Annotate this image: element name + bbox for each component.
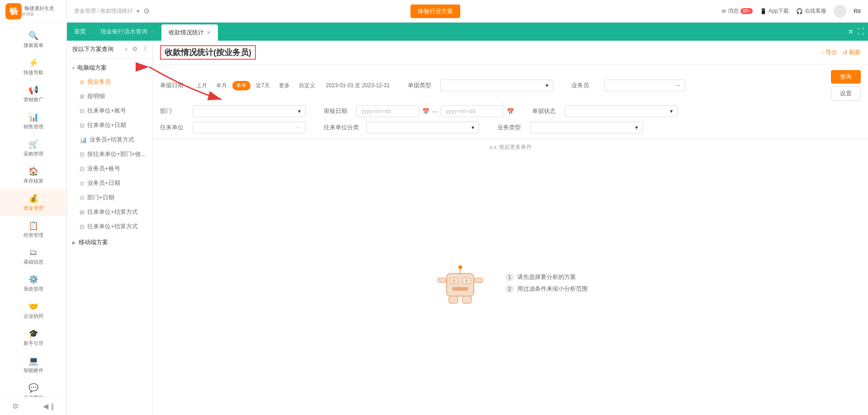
scheme-item-label-2: 往来单位+账号 <box>87 107 126 115</box>
inventory-icon: 🏠 <box>28 166 38 176</box>
header-settings-icon[interactable]: ⚙ <box>143 7 150 15</box>
sidebar-item-wechat[interactable]: 💬 企业微信 <box>0 378 66 397</box>
sidebar-item-corp[interactable]: 🤝 企业协同 <box>0 297 66 324</box>
scheme-item-sales-date[interactable]: ⊙ 业务员+日期 <box>67 176 152 190</box>
audit-date-to-cal-icon[interactable]: 📅 <box>507 108 514 115</box>
mobile-scheme-parent[interactable]: ▶ 移动端方案 <box>67 236 152 249</box>
scheme-item-unit-account[interactable]: ⊟ 往来单位+账号 <box>67 104 152 118</box>
scheme-item-unit-payment1[interactable]: ⊞ 往来单位+结算方式 <box>67 205 152 219</box>
collapse-bar[interactable]: ∧∧ 收起更多条件 <box>153 139 868 155</box>
tab-collection-close-icon[interactable]: ✕ <box>207 30 211 36</box>
counterpart-more-icon[interactable]: ··· <box>296 124 301 131</box>
date-tab-custom[interactable]: 自定义 <box>295 81 319 90</box>
date-tab-last-month[interactable]: 上月 <box>193 81 211 90</box>
sidebar-item-label-quicknav: 快捷导航 <box>24 69 43 76</box>
online-service-label: 在线客服 <box>805 7 826 15</box>
scheme-item-unit-payment2[interactable]: ⊟ 往来单位+结算方式 <box>67 219 152 234</box>
counterpart-select[interactable]: ··· <box>193 122 306 133</box>
message-action[interactable]: ✉ 消息 99+ <box>722 7 753 15</box>
pc-scheme-parent[interactable]: ▾ 电脑端方案 <box>67 61 152 75</box>
doc-status-select[interactable]: ▾ <box>565 105 678 117</box>
message-label: 消息 <box>728 7 739 15</box>
svg-point-4 <box>465 279 468 283</box>
dept-select[interactable]: ▾ <box>193 105 306 117</box>
tab-close-all-icon[interactable]: ✕ <box>848 28 854 36</box>
collapse-icon[interactable]: ◀ ‖ <box>43 402 54 410</box>
query-button[interactable]: 查询 <box>831 70 861 84</box>
app-download-action[interactable]: 📱 App下载 <box>760 7 789 15</box>
audit-date-range: yyyy-mm-dd 📅 — yyyy-mm-dd 📅 <box>356 105 514 117</box>
trial-button[interactable]: 体验行业方案 <box>410 5 460 18</box>
message-icon: ✉ <box>722 8 726 14</box>
tab-home[interactable]: 首页 <box>67 23 93 41</box>
sidebar-item-marketing[interactable]: 📢 营销推广 <box>0 80 66 108</box>
sidebar-item-guide[interactable]: 🎓 新手引导 <box>0 324 66 351</box>
tab-collection[interactable]: 收款情况统计 ✕ <box>161 24 218 41</box>
sidebar-item-purchase[interactable]: 🛒 采购管理 <box>0 135 66 162</box>
step-1-text: 请先选择要分析的方案 <box>517 273 576 281</box>
sidebar-item-system[interactable]: ⚙️ 系统管理 <box>0 270 66 297</box>
date-tab-more[interactable]: 更多 <box>275 81 293 90</box>
sidebar-item-hardware[interactable]: 💻 智能硬件 <box>0 351 66 378</box>
page-header: 收款情况统计(按业务员) ↑ 导出 ↺ 刷新 <box>153 41 868 65</box>
export-action[interactable]: ↑ 导出 <box>821 48 838 57</box>
scheme-item-sales-account[interactable]: ⊟ 业务员+账号 <box>67 161 152 176</box>
collapse-panel-icon[interactable]: 《 <box>141 45 147 53</box>
sidebar: 畅 畅捷通好生意 标准版 🔍 搜索菜单 ⚡ 快捷导航 📢 营销推广 📊 销售管理… <box>0 0 67 415</box>
audit-date-from[interactable]: yyyy-mm-dd <box>356 105 420 117</box>
scheme-item-icon-7: ⊙ <box>80 180 85 187</box>
sidebar-item-label-system: 系统管理 <box>24 286 43 292</box>
date-label: 单据日期 <box>160 81 185 90</box>
settings-button[interactable]: 设置 <box>831 86 861 101</box>
scheme-tree: ▾ 电脑端方案 ⊙ 按业务员 ⊞ 按明细 ⊟ 往来单位+账号 <box>67 58 152 252</box>
sidebar-item-ops[interactable]: 📋 经营管理 <box>0 216 66 243</box>
tab-maximize-icon[interactable]: ⛶ <box>857 28 864 36</box>
sidebar-item-finance[interactable]: 💰 资金管理 <box>0 189 66 216</box>
scheme-item-sales-payment[interactable]: 📊 业务员+结算方式 <box>67 132 152 147</box>
scheme-item-icon-6: ⊟ <box>80 165 85 172</box>
date-tab-this-year[interactable]: 本年 <box>232 81 250 90</box>
scheme-item-label-10: 往来单位+结算方式 <box>87 222 138 231</box>
filter-row-2: 部门 ▾ 审核日期 yyyy-mm-dd 📅 — <box>160 105 861 117</box>
sidebar-item-sales[interactable]: 📊 销售管理 <box>0 108 66 135</box>
doc-type-label: 单据类型 <box>408 81 433 90</box>
sidebar-item-basic[interactable]: 🗂 基础信息 <box>0 243 66 270</box>
online-service-action[interactable]: 🎧 在线客服 <box>796 7 826 15</box>
sidebar-item-label-hardware: 智能硬件 <box>24 367 43 374</box>
doc-type-dropdown-icon: ▾ <box>546 82 548 89</box>
audit-date-label: 审核日期 <box>324 107 349 115</box>
sidebar-item-inventory[interactable]: 🏠 库存核算 <box>0 162 66 189</box>
add-scheme-icon[interactable]: ＋ <box>123 45 129 53</box>
audit-date-to[interactable]: yyyy-mm-dd <box>441 105 504 117</box>
scheme-item-salesperson[interactable]: ⊙ 按业务员 <box>67 75 152 89</box>
mobile-scheme-label: 移动端方案 <box>79 238 108 246</box>
logo-name: 畅捷通好生意 <box>24 5 54 11</box>
settings-icon[interactable]: ⚙ <box>12 402 19 410</box>
counterpart-type-select[interactable]: ▾ <box>366 122 479 133</box>
settings-scheme-icon[interactable]: ⚙ <box>132 45 138 53</box>
scheme-item-label-0: 按业务员 <box>87 78 111 86</box>
date-tab-7days[interactable]: 近7天 <box>252 81 274 90</box>
date-tab-this-month[interactable]: 本月 <box>212 81 231 90</box>
doc-status-label: 单据状态 <box>532 107 557 115</box>
breadcrumb-dropdown-icon[interactable]: ▾ <box>137 8 140 14</box>
scheme-item-detail[interactable]: ⊞ 按明细 <box>67 89 152 104</box>
breadcrumb: 资金管理 / 收款情况统计 <box>74 7 133 15</box>
doc-type-select[interactable]: ▾ <box>440 80 553 91</box>
business-type-select[interactable]: ▾ <box>530 122 643 133</box>
scheme-item-dept-date[interactable]: ⊙ 部门+日期 <box>67 190 152 205</box>
export-label: 导出 <box>826 48 837 57</box>
sidebar-item-quicknav[interactable]: ⚡ 快捷导航 <box>0 53 66 80</box>
audit-date-from-cal-icon[interactable]: 📅 <box>422 108 429 115</box>
salesperson-select[interactable]: ··· <box>604 80 685 91</box>
filter-area: 单据日期 上月 本月 本年 近7天 更多 自定义 2023-01-01 至 20… <box>153 65 868 139</box>
dept-label: 部门 <box>160 107 185 115</box>
refresh-action[interactable]: ↺ 刷新 <box>843 48 861 57</box>
tab-bank[interactable]: 现金银行流水查询 ✕ <box>93 23 161 41</box>
app-icon: 📱 <box>760 8 767 14</box>
sidebar-item-search[interactable]: 🔍 搜索菜单 <box>0 26 66 53</box>
tab-bank-close-icon[interactable]: ✕ <box>150 29 154 35</box>
scheme-item-unit-dept[interactable]: ⊟ 按往来单位+部门+收... <box>67 147 152 161</box>
user-avatar[interactable] <box>834 5 846 18</box>
scheme-item-unit-date[interactable]: ⊟ 往来单位+日期 <box>67 118 152 132</box>
